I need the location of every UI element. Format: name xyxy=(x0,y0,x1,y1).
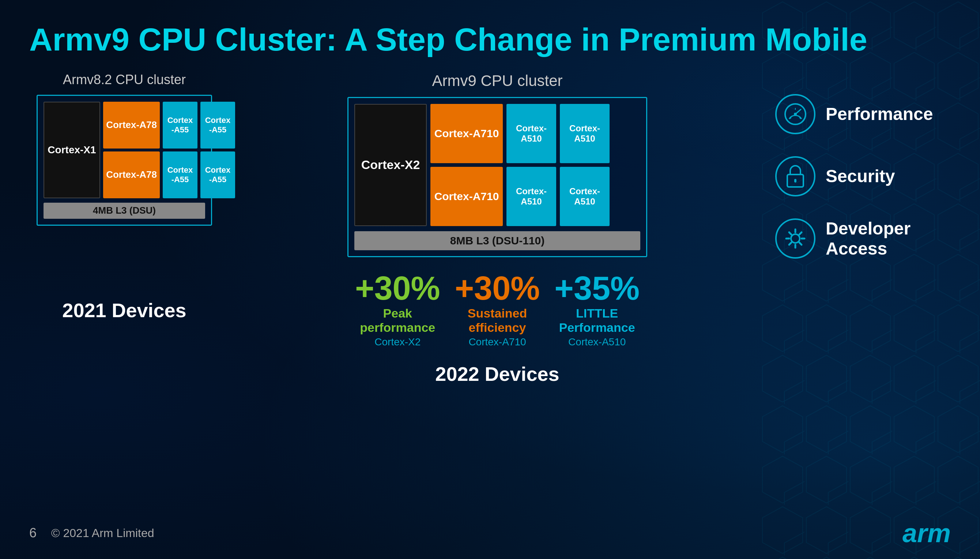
cortex-a710-top-cell: Cortex-A710 xyxy=(431,104,503,163)
performance-icon-label: Performance xyxy=(826,104,933,124)
cortex-a510-b1-cell: Cortex-A510 xyxy=(506,167,556,226)
stat-sustained-label: Sustainedefficiency xyxy=(455,306,540,335)
cortex-a510-t1-cell: Cortex-A510 xyxy=(506,104,556,163)
center-section: Armv9 CPU cluster Cortex-X2 Cortex-A710 … xyxy=(241,72,753,385)
cortex-a710-bottom-left-cell: Cortex-A710 xyxy=(431,167,503,226)
stat-peak-number: +30% xyxy=(355,272,440,305)
cortex-a510-t2-cell: Cortex-A510 xyxy=(560,104,610,163)
right-icon-section: Performance Security xyxy=(775,72,951,259)
svg-line-19 xyxy=(789,243,791,245)
stat-little-performance: +35% LITTLEPerformance Cortex-A510 xyxy=(554,272,640,348)
copyright-text: © 2021 Arm Limited xyxy=(51,526,154,540)
footer: 6 © 2021 Arm Limited arm xyxy=(29,518,951,548)
v82-l3-bar: 4MB L3 (DSU) xyxy=(43,203,205,219)
stat-little-label: LITTLEPerformance xyxy=(554,306,640,335)
v82-cpu-grid: Cortex-X1 Cortex-A78 Cortex-A55 Cortex-A… xyxy=(43,102,205,198)
developer-access-icon-item: DeveloperAccess xyxy=(775,218,951,259)
developer-access-icon-circle xyxy=(775,218,815,259)
svg-point-11 xyxy=(791,234,800,243)
cortex-a55-b1-cell: Cortex-A55 xyxy=(163,151,198,198)
stat-little-sublabel: Cortex-A510 xyxy=(554,336,640,348)
v82-cluster-label: Armv8.2 CPU cluster xyxy=(63,72,186,88)
v9-cluster-box: Cortex-X2 Cortex-A710 Cortex-A510 Cortex… xyxy=(347,97,647,257)
v9-l3-bar: 8MB L3 (DSU-110) xyxy=(354,231,640,250)
svg-line-16 xyxy=(789,232,791,235)
v82-cluster-box: Cortex-X1 Cortex-A78 Cortex-A55 Cortex-A… xyxy=(36,95,212,226)
cortex-a55-b2-cell: Cortex-A55 xyxy=(200,151,235,198)
gear-icon xyxy=(782,226,808,251)
cortex-x1-cell: Cortex-X1 xyxy=(43,102,100,198)
performance-icon-item: Performance xyxy=(775,94,951,134)
cortex-a510-b2-cell: Cortex-A510 xyxy=(560,167,610,226)
devices-2022-label: 2022 Devices xyxy=(435,362,559,385)
stat-sustained-number: +30% xyxy=(455,272,540,305)
cortex-a55-t2-cell: Cortex-A55 xyxy=(200,102,235,149)
devices-2021-label: 2021 Devices xyxy=(62,299,186,322)
main-title: Armv9 CPU Cluster: A Step Change in Prem… xyxy=(29,22,951,58)
arm-logo: arm xyxy=(902,518,951,548)
stat-sustained-efficiency: +30% Sustainedefficiency Cortex-A710 xyxy=(455,272,540,348)
stat-peak-performance: +30% Peakperformance Cortex-X2 xyxy=(355,272,440,348)
stat-sustained-sublabel: Cortex-A710 xyxy=(455,336,540,348)
stat-peak-sublabel: Cortex-X2 xyxy=(355,336,440,348)
performance-icon-circle xyxy=(775,94,815,134)
stat-little-number: +35% xyxy=(554,272,640,305)
speedometer-icon xyxy=(782,101,808,127)
security-icon-circle xyxy=(775,156,815,197)
developer-access-icon-label: DeveloperAccess xyxy=(826,218,911,259)
cortex-x2-cell: Cortex-X2 xyxy=(354,104,427,226)
svg-line-17 xyxy=(799,243,802,245)
security-icon-item: Security xyxy=(775,156,951,197)
cortex-a78-bottom-left-cell: Cortex-A78 xyxy=(103,151,160,198)
security-icon-label: Security xyxy=(826,166,895,186)
v9-cpu-grid: Cortex-X2 Cortex-A710 Cortex-A510 Cortex… xyxy=(354,104,640,226)
page-number: 6 xyxy=(29,525,36,541)
svg-rect-10 xyxy=(794,179,797,182)
v9-cluster-label: Armv9 CPU cluster xyxy=(432,72,563,89)
stats-row: +30% Peakperformance Cortex-X2 +30% Sust… xyxy=(355,272,640,348)
cortex-a78-top-cell: Cortex-A78 xyxy=(103,102,160,149)
main-layout: Armv8.2 CPU cluster Cortex-X1 Cortex-A78… xyxy=(29,72,951,385)
left-cluster-section: Armv8.2 CPU cluster Cortex-X1 Cortex-A78… xyxy=(29,72,219,322)
lock-icon xyxy=(784,164,806,189)
svg-line-18 xyxy=(799,232,802,235)
stat-peak-label: Peakperformance xyxy=(355,306,440,335)
footer-left: 6 © 2021 Arm Limited xyxy=(29,525,154,541)
cortex-a55-t1-cell: Cortex-A55 xyxy=(163,102,198,149)
svg-point-5 xyxy=(794,112,797,116)
